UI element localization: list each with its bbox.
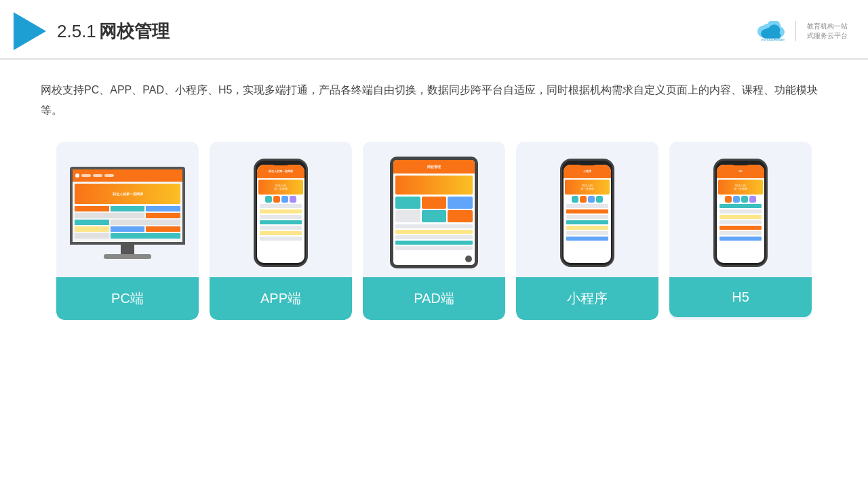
card-app-label: APP端 xyxy=(210,277,352,320)
card-pc: 职达人的第一堂网课 xyxy=(56,142,199,320)
card-h5: H5 职达人的第一堂网课 xyxy=(669,142,812,320)
main-content: 网校支持PC、APP、PAD、小程序、H5，实现多端打通，产品各终端自由切换，数… xyxy=(0,60,868,333)
page-title: 2.5.1网校管理 xyxy=(57,20,170,43)
pc-monitor-icon: 职达人的第一堂网课 xyxy=(70,167,185,259)
brand-logo: yunduoketang.com xyxy=(755,21,785,41)
card-pad: 网校管理 xyxy=(363,142,505,320)
card-pc-label: PC端 xyxy=(56,277,199,320)
logo-triangle-icon xyxy=(14,12,46,50)
page-header: 2.5.1网校管理 yunduoketang.com 教育机构一站 式服务云平台 xyxy=(0,0,868,60)
brand-slogan: 教育机构一站 式服务云平台 xyxy=(807,22,848,41)
description-text: 网校支持PC、APP、PAD、小程序、H5，实现多端打通，产品各终端自由切换，数… xyxy=(41,80,827,121)
card-pc-image: 职达人的第一堂网课 xyxy=(56,142,199,277)
card-miniapp: 小程序 职达人的第一堂网课 xyxy=(516,142,658,320)
cloud-icon: yunduoketang.com xyxy=(755,21,785,41)
app-phone-icon: 职达人的第一堂网课 职达人的第一堂网课 xyxy=(254,159,308,267)
pad-tablet-icon: 网校管理 xyxy=(390,157,478,268)
card-miniapp-image: 小程序 职达人的第一堂网课 xyxy=(516,142,658,277)
card-miniapp-label: 小程序 xyxy=(516,277,658,320)
card-h5-label: H5 xyxy=(669,277,812,317)
header-left: 2.5.1网校管理 xyxy=(14,12,170,50)
h5-phone-icon: H5 职达人的第一堂网课 xyxy=(713,159,768,267)
cards-container: 职达人的第一堂网课 xyxy=(41,142,827,320)
card-h5-image: H5 职达人的第一堂网课 xyxy=(669,142,812,277)
card-app-image: 职达人的第一堂网课 职达人的第一堂网课 xyxy=(210,142,352,277)
svg-text:yunduoketang.com: yunduoketang.com xyxy=(761,37,785,41)
card-pad-label: PAD端 xyxy=(363,277,505,320)
header-right: yunduoketang.com 教育机构一站 式服务云平台 xyxy=(755,21,848,41)
brand-divider xyxy=(795,21,796,41)
card-pad-image: 网校管理 xyxy=(363,142,505,277)
miniapp-phone-icon: 小程序 职达人的第一堂网课 xyxy=(560,159,614,267)
card-app: 职达人的第一堂网课 职达人的第一堂网课 xyxy=(210,142,352,320)
